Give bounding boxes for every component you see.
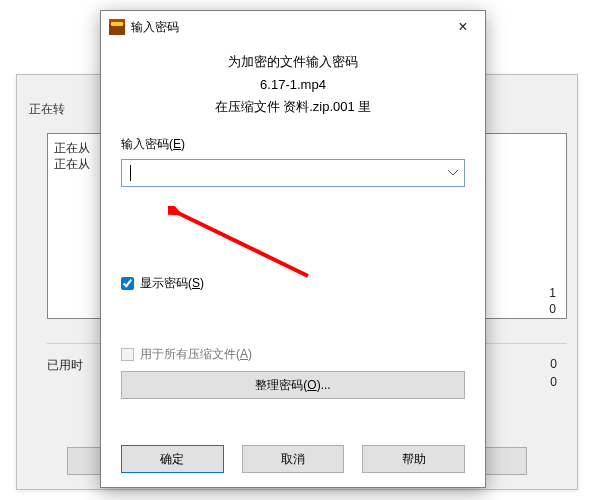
- show-password-checkbox[interactable]: [121, 277, 134, 290]
- heading-block: 为加密的文件输入密码 6.17-1.mp4 在压缩文件 资料.zip.001 里: [121, 53, 465, 116]
- organize-key: O: [307, 378, 316, 392]
- organize-passwords-button[interactable]: 整理密码(O)...: [121, 371, 465, 399]
- bg-line2: 正在从: [54, 156, 90, 173]
- apply-all-prefix: 用于所有压缩文件(: [140, 347, 240, 361]
- show-password-label: 显示密码(S): [140, 275, 204, 292]
- chevron-down-icon: [448, 170, 458, 176]
- password-label-suffix: ): [181, 137, 185, 151]
- heading-filename: 6.17-1.mp4: [121, 77, 465, 92]
- titlebar: 输入密码 ×: [101, 11, 485, 43]
- dialog-footer: 确定 取消 帮助: [101, 435, 485, 487]
- winrar-icon: [109, 19, 125, 35]
- password-combobox[interactable]: [121, 159, 465, 187]
- bg-num2: 0: [549, 302, 556, 316]
- bg-line1: 正在从: [54, 140, 90, 157]
- bg-title: 正在转: [29, 101, 65, 118]
- bg-row2-val: 0: [550, 375, 557, 389]
- close-button[interactable]: ×: [441, 11, 485, 43]
- apply-all-key: A: [240, 347, 248, 361]
- password-label: 输入密码(E): [121, 136, 465, 153]
- dialog-content: 为加密的文件输入密码 6.17-1.mp4 在压缩文件 资料.zip.001 里…: [101, 53, 485, 399]
- bg-elapsed-val: 0: [550, 357, 557, 371]
- text-cursor: [130, 165, 131, 181]
- bg-elapsed-label: 已用时: [47, 357, 83, 374]
- show-password-row[interactable]: 显示密码(S): [121, 275, 465, 292]
- cancel-button[interactable]: 取消: [242, 445, 345, 473]
- organize-suffix: )...: [317, 378, 331, 392]
- apply-all-label: 用于所有压缩文件(A): [140, 346, 252, 363]
- show-password-suffix: ): [200, 276, 204, 290]
- password-label-key: E: [173, 137, 181, 151]
- organize-prefix: 整理密码(: [255, 378, 307, 392]
- apply-all-checkbox: [121, 348, 134, 361]
- heading-line1: 为加密的文件输入密码: [121, 53, 465, 71]
- close-icon: ×: [458, 18, 467, 36]
- apply-all-suffix: ): [248, 347, 252, 361]
- help-button[interactable]: 帮助: [362, 445, 465, 473]
- ok-button[interactable]: 确定: [121, 445, 224, 473]
- apply-all-row: 用于所有压缩文件(A): [121, 346, 465, 363]
- heading-archive: 在压缩文件 资料.zip.001 里: [121, 98, 465, 116]
- password-dropdown-button[interactable]: [442, 160, 464, 186]
- password-dialog: 输入密码 × 为加密的文件输入密码 6.17-1.mp4 在压缩文件 资料.zi…: [100, 10, 486, 488]
- password-input[interactable]: [122, 166, 442, 181]
- dialog-title: 输入密码: [131, 19, 179, 36]
- show-password-prefix: 显示密码(: [140, 276, 192, 290]
- show-password-key: S: [192, 276, 200, 290]
- bg-num1: 1: [549, 286, 556, 300]
- password-label-prefix: 输入密码(: [121, 137, 173, 151]
